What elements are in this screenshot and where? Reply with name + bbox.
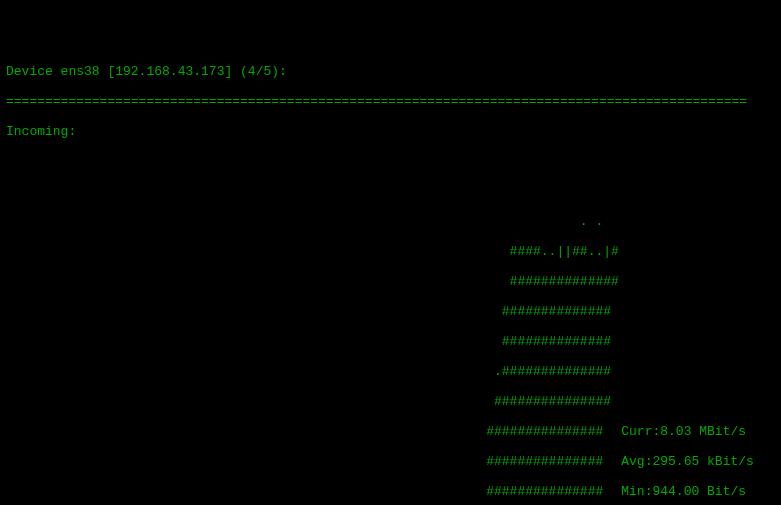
- incoming-min-value: 944.00 Bit/s: [652, 484, 746, 499]
- incoming-min-label: Min:: [621, 484, 652, 499]
- incoming-graph-stat-row-9: ###############Min: 944.00 Bit/s: [6, 484, 775, 499]
- incoming-graph-row-2: ##############: [6, 274, 775, 289]
- incoming-curr-value: 8.03 MBit/s: [660, 424, 746, 439]
- incoming-graph-row-0: . .: [6, 214, 775, 229]
- blank-line-2: [6, 184, 775, 199]
- incoming-avg-value: 295.65 kBit/s: [652, 454, 753, 469]
- incoming-graph-stat-row-8: ###############Avg: 295.65 kBit/s: [6, 454, 775, 469]
- incoming-graph-stat-row-7: ###############Curr: 8.03 MBit/s: [6, 424, 775, 439]
- blank-line-1: [6, 154, 775, 169]
- incoming-graph-row-1: ####..||##..|#: [6, 244, 775, 259]
- incoming-graph-row-3: ##############: [6, 304, 775, 319]
- incoming-label: Incoming:: [6, 124, 775, 139]
- device-header: Device ens38 [192.168.43.173] (4/5):: [6, 64, 775, 79]
- incoming-avg-label: Avg:: [621, 454, 652, 469]
- incoming-curr-label: Curr:: [621, 424, 660, 439]
- incoming-graph-row-5: .##############: [6, 364, 775, 379]
- incoming-graph-row-4: ##############: [6, 334, 775, 349]
- divider-line: ========================================…: [6, 94, 775, 109]
- incoming-graph-row-6: ###############: [6, 394, 775, 409]
